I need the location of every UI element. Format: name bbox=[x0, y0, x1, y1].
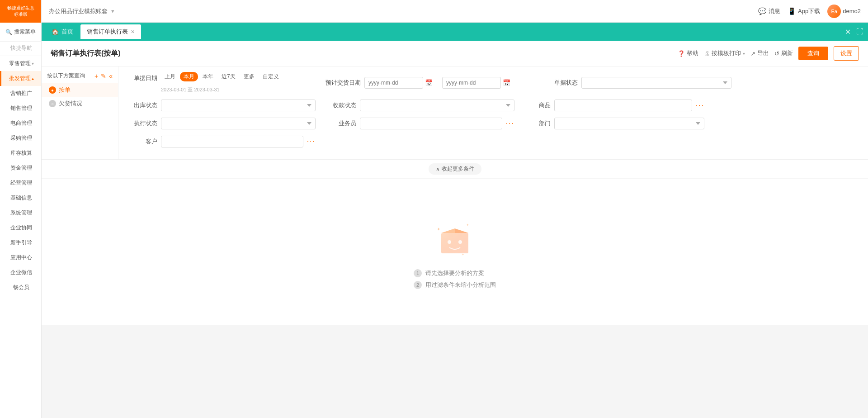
sidebar-item-purchase[interactable]: 采购管理 bbox=[0, 131, 41, 146]
date-tab-last-month[interactable]: 上月 bbox=[161, 72, 179, 81]
date-tab-7days[interactable]: 近7天 bbox=[218, 72, 239, 81]
svg-rect-0 bbox=[441, 233, 468, 253]
date-tabs: 上月 本月 本年 近7天 更多 自定义 bbox=[161, 72, 283, 81]
plan-item-single[interactable]: ● 按单 bbox=[42, 83, 118, 97]
svg-text:✦: ✦ bbox=[466, 223, 469, 227]
filter-row-4: 客户 ··· bbox=[126, 136, 861, 147]
customer-input[interactable] bbox=[161, 136, 303, 147]
customer-label: 客户 bbox=[126, 138, 157, 146]
sidebar-item-wecom-label: 企业微信 bbox=[10, 269, 32, 276]
help-label: 帮助 bbox=[687, 49, 698, 57]
sidebar-item-quick-nav[interactable]: 快捷导航 bbox=[0, 42, 41, 55]
refresh-icon: ↺ bbox=[774, 50, 779, 57]
date-tab-custom[interactable]: 自定义 bbox=[259, 72, 283, 81]
expected-date-end[interactable] bbox=[442, 77, 501, 89]
step-num-1: 1 bbox=[414, 269, 422, 277]
home-icon: 🏠 bbox=[52, 28, 59, 35]
tabbar: 🏠 首页 销售订单执行表 ✕ ✕ ⛶ bbox=[42, 23, 868, 41]
tab-home[interactable]: 🏠 首页 bbox=[45, 24, 80, 39]
goods-more-icon[interactable]: ··· bbox=[696, 101, 704, 109]
sidebar-item-sales[interactable]: 销售管理 bbox=[0, 101, 41, 116]
add-plan-icon[interactable]: + bbox=[94, 72, 98, 80]
empty-step-2-label: 用过滤条件来缩小分析范围 bbox=[425, 281, 496, 289]
settings-button[interactable]: 设置 bbox=[834, 46, 859, 61]
sidebar-item-sales-label: 销售管理 bbox=[10, 104, 32, 112]
print-icon: 🖨 bbox=[704, 50, 710, 57]
expected-date-start[interactable] bbox=[364, 77, 423, 89]
date-tab-this-year[interactable]: 本年 bbox=[199, 72, 217, 81]
sidebar-item-basic-info[interactable]: 基础信息 bbox=[0, 190, 41, 205]
tab-close-icon[interactable]: ✕ bbox=[131, 29, 135, 35]
sidebar-item-collab[interactable]: 企业协同 bbox=[0, 220, 41, 235]
industry-arrow-icon[interactable]: ▾ bbox=[111, 8, 114, 14]
sidebar-item-wecom[interactable]: 企业微信 bbox=[0, 265, 41, 280]
tab-maximize-icon[interactable]: ⛶ bbox=[855, 27, 864, 37]
empty-state: ✦ ✦ ✦ 1 请先选择要分析的方案 2 用过滤条件来缩小分析范围 bbox=[42, 179, 868, 325]
filter-field-ship-status: 出库状态 bbox=[126, 100, 316, 111]
page-header: 销售订单执行表(按单) ❓ 帮助 🖨 按模板打印 ▾ ↗ 导出 ↺ 刷新 bbox=[42, 41, 868, 66]
help-button[interactable]: ❓ 帮助 bbox=[678, 49, 698, 57]
filter-field-date: 单据日期 上月 本月 本年 近7天 更多 自定义 2023-03-0 bbox=[126, 72, 316, 93]
goods-input[interactable] bbox=[554, 100, 692, 111]
print-button[interactable]: 🖨 按模板打印 ▾ bbox=[704, 49, 745, 57]
page-title: 销售订单执行表(按单) bbox=[51, 49, 121, 64]
chevron-down-icon: ▾ bbox=[32, 61, 34, 66]
tabbar-right-actions: ✕ ⛶ bbox=[844, 27, 864, 37]
order-status-select[interactable] bbox=[581, 77, 731, 89]
sidebar-item-wholesale[interactable]: 批发管理 ▴ bbox=[0, 71, 41, 86]
sidebar-item-marketing[interactable]: 营销推广 bbox=[0, 86, 41, 101]
sidebar-item-retail[interactable]: 零售管理 ▾ bbox=[0, 56, 41, 71]
sidebar-item-inventory[interactable]: 库存核算 bbox=[0, 146, 41, 161]
dept-select[interactable] bbox=[554, 118, 704, 129]
svg-marker-1 bbox=[441, 228, 455, 233]
tab-close-window-icon[interactable]: ✕ bbox=[844, 27, 852, 37]
app-download-label: App下载 bbox=[798, 7, 820, 15]
search-menu-label: 搜索菜单 bbox=[14, 28, 36, 36]
chevron-down-icon-2: ▴ bbox=[32, 76, 34, 81]
sidebar-item-app-center[interactable]: 应用中心 bbox=[0, 250, 41, 265]
collapse-sidebar-icon[interactable]: « bbox=[109, 72, 113, 80]
date-tab-more[interactable]: 更多 bbox=[240, 72, 258, 81]
tab-sales-order[interactable]: 销售订单执行表 ✕ bbox=[80, 24, 141, 39]
collapse-button[interactable]: ∧ 收起更多条件 bbox=[42, 159, 868, 178]
content-area: 销售订单执行表(按单) ❓ 帮助 🖨 按模板打印 ▾ ↗ 导出 ↺ 刷新 bbox=[42, 41, 868, 418]
ship-status-select[interactable] bbox=[161, 100, 316, 111]
sidebar-item-ecommerce[interactable]: 电商管理 bbox=[0, 116, 41, 131]
collapse-btn-inner: ∧ 收起更多条件 bbox=[429, 163, 481, 175]
refresh-button[interactable]: ↺ 刷新 bbox=[774, 49, 793, 57]
salesman-more-icon[interactable]: ··· bbox=[506, 119, 514, 128]
calendar-start-icon[interactable]: 📅 bbox=[425, 79, 433, 86]
filter-sidebar: 按以下方案查询 + ✎ « ● 按单 ○ 欠货情况 bbox=[42, 66, 118, 159]
export-icon: ↗ bbox=[750, 50, 755, 57]
sidebar-item-newbie[interactable]: 新手引导 bbox=[0, 235, 41, 250]
empty-steps: 1 请先选择要分析的方案 2 用过滤条件来缩小分析范围 bbox=[414, 269, 496, 289]
sidebar-item-inventory-label: 库存核算 bbox=[10, 149, 32, 157]
sidebar-item-finance[interactable]: 资金管理 bbox=[0, 161, 41, 176]
goods-label: 商品 bbox=[524, 101, 551, 109]
app-download-button[interactable]: 📱 App下载 bbox=[788, 7, 820, 15]
user-menu[interactable]: Ea demo2 bbox=[827, 5, 861, 18]
export-button[interactable]: ↗ 导出 bbox=[750, 49, 769, 57]
sidebar-item-finance-label: 资金管理 bbox=[10, 164, 32, 172]
edit-plan-icon[interactable]: ✎ bbox=[101, 72, 106, 80]
collection-status-select[interactable] bbox=[360, 100, 514, 111]
search-menu-button[interactable]: 🔍 搜索菜单 bbox=[3, 26, 38, 38]
print-arrow-icon: ▾ bbox=[743, 51, 745, 56]
sidebar-item-member[interactable]: 畅会员 bbox=[0, 280, 41, 295]
message-label: 消息 bbox=[769, 7, 780, 15]
topbar-right: 💬 消息 📱 App下载 Ea demo2 bbox=[758, 5, 861, 18]
message-button[interactable]: 💬 消息 bbox=[758, 7, 780, 15]
date-tab-this-month[interactable]: 本月 bbox=[180, 72, 198, 81]
exec-status-select[interactable] bbox=[161, 118, 316, 129]
sidebar-item-system[interactable]: 系统管理 bbox=[0, 205, 41, 220]
customer-more-icon[interactable]: ··· bbox=[307, 138, 316, 146]
salesman-input[interactable] bbox=[360, 118, 502, 129]
quick-nav-label: 快捷导航 bbox=[10, 44, 32, 52]
plan-item-shortage[interactable]: ○ 欠货情况 bbox=[42, 97, 118, 110]
calendar-end-icon[interactable]: 📅 bbox=[503, 79, 510, 86]
collection-status-label: 收款状态 bbox=[325, 101, 356, 109]
query-button[interactable]: 查询 bbox=[798, 47, 828, 60]
sidebar-item-basic-info-label: 基础信息 bbox=[10, 194, 32, 202]
collapse-label: 收起更多条件 bbox=[442, 165, 474, 173]
sidebar-item-management[interactable]: 经营管理 bbox=[0, 176, 41, 190]
